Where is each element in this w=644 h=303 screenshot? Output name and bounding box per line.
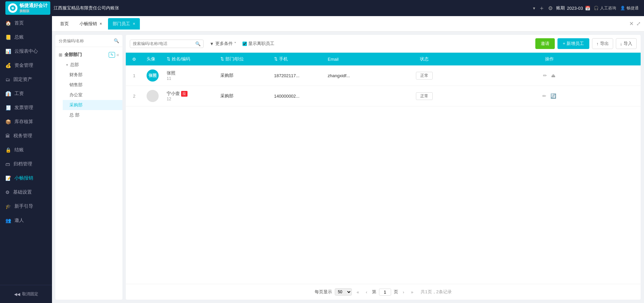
tab-dept-employee[interactable]: 部门员工 × [108, 18, 140, 30]
sidebar-item-guide[interactable]: 🎓 新手引导 [0, 199, 52, 213]
unfix-sidebar-btn[interactable]: ◀◀ 取消固定 [0, 289, 52, 300]
edit-dept-icon[interactable]: ✎ [109, 52, 115, 58]
sidebar-item-tax[interactable]: 🏛 税务管理 [0, 129, 52, 143]
maximize-icon[interactable]: ⤢ [636, 20, 641, 27]
dept-node-finance[interactable]: 财务部 [63, 70, 122, 80]
tab-dept-employee-close[interactable]: × [133, 21, 135, 26]
grid-icon: ⊞ [59, 52, 62, 57]
sidebar-item-expense[interactable]: 📝 小畅报销 [0, 171, 52, 185]
avatar-1: 张照 [147, 69, 159, 82]
human-service-btn[interactable]: 🎧 人工咨询 [594, 5, 616, 11]
user-account-btn[interactable]: 👤 畅捷通 [620, 5, 639, 11]
edit-employee-1-btn[interactable]: ✏ [543, 73, 547, 78]
status-cell-2: 正常 [391, 86, 458, 106]
last-page-btn[interactable]: » [409, 289, 415, 295]
col-phone[interactable]: ⇅ 手机 [270, 53, 324, 65]
add-employee-btn[interactable]: + 新增员工 [557, 38, 589, 49]
dept-node-sales[interactable]: 销售部 [63, 80, 122, 90]
per-page-select[interactable]: 50 100 200 [335, 288, 352, 296]
left-panel: 🔍 ⊞ 全部部门 ✎ « ▼ [55, 35, 122, 300]
add-icon[interactable]: ＋ [539, 4, 545, 12]
dept-node-purchase[interactable]: 采购部 [63, 100, 122, 110]
col-dept-position[interactable]: ⇅ 部门/职位 [216, 53, 270, 65]
sidebar-item-ledger[interactable]: 📒 总账 [0, 30, 52, 44]
home-icon: 🏠 [5, 20, 11, 26]
tab-home[interactable]: 首页 [55, 18, 73, 30]
top-bar: 畅 畅捷通好会计 旗舰版 江西服宝精品有限责任公司内账张 ▾ ＋ ⚙ 账期 20… [0, 0, 644, 16]
logout-employee-1-btn[interactable]: ⏏ [551, 73, 555, 78]
export-btn[interactable]: ↑ 导出 [592, 38, 613, 49]
edit-employee-2-btn[interactable]: ✏ [542, 93, 546, 99]
dept-node-general[interactable]: ▼ 总部 [59, 60, 122, 70]
employee-search-icon[interactable]: 🔍 [195, 41, 201, 46]
col-settings[interactable]: ⚙ [126, 53, 143, 65]
dept-node-office[interactable]: 办公室 [63, 90, 122, 100]
status-badge-2: 正常 [416, 92, 433, 100]
actions-cell-2: ✏ 🔄 [458, 86, 641, 106]
pagination-bar: 每页显示 50 100 200 « ‹ 第 页 › » 共1页，2条记 [126, 284, 641, 300]
col-avatar: 头像 [143, 53, 163, 65]
sidebar-item-invite[interactable]: 👥 邀人 [0, 213, 52, 228]
col-email: Email [324, 53, 391, 65]
show-resigned-checkbox[interactable] [243, 42, 247, 46]
import-icon: ↓ [620, 41, 623, 46]
first-page-btn[interactable]: « [355, 289, 361, 295]
tax-icon: 🏛 [5, 133, 10, 139]
employee-table: ⚙ 头像 ⇅ 姓名/编码 ⇅ 部门/职位 ⇅ 手机 [126, 53, 641, 284]
all-dept-header[interactable]: ⊞ 全部部门 ✎ « [55, 50, 122, 60]
sidebar-item-home[interactable]: 🏠 首页 [0, 16, 52, 30]
dept-search-icon[interactable]: 🔍 [114, 38, 119, 43]
phone-cell-1: 187202117... [270, 65, 324, 86]
edition-badge: 旗舰版 [19, 9, 48, 13]
settings-icon[interactable]: ⚙ [548, 5, 553, 11]
phone-cell-2: 140000002... [270, 86, 324, 106]
employee-name-1: 张照 [167, 70, 212, 76]
page-number-input[interactable] [379, 289, 391, 296]
delete-employee-2-btn[interactable]: 🔄 [550, 93, 556, 99]
employee-search-input[interactable] [133, 41, 193, 46]
content-body: 🔍 ⊞ 全部部门 ✎ « ▼ [52, 32, 644, 303]
dept-search-input[interactable] [59, 39, 114, 43]
sidebar-item-inventory[interactable]: 📦 库存核算 [0, 115, 52, 129]
all-dept-label: 全部部门 [64, 52, 82, 58]
col-name-code[interactable]: ⇅ 姓名/编码 [163, 53, 216, 65]
calendar-icon[interactable]: 📅 [585, 6, 590, 11]
dept-node-general2[interactable]: 总 部 [63, 110, 122, 120]
sidebar-item-close-account[interactable]: 🔒 结账 [0, 143, 52, 157]
box-icon: 📦 [5, 119, 11, 124]
dropdown-arrow-icon[interactable]: ▾ [533, 6, 535, 11]
filter-icon: ▼ [210, 41, 214, 46]
sidebar-item-reports[interactable]: 📊 云报表中心 [0, 44, 52, 58]
sidebar-item-archive[interactable]: 🗃 归档管理 [0, 157, 52, 171]
sidebar-item-capital[interactable]: 💰 资金管理 [0, 58, 52, 72]
invoice-icon: 🧾 [5, 105, 11, 110]
import-btn[interactable]: ↓ 导入 [616, 38, 637, 49]
tab-expense[interactable]: 小畅报销 × [75, 18, 107, 30]
next-page-btn[interactable]: › [401, 289, 406, 295]
close-window-icon[interactable]: ✕ [629, 20, 634, 27]
total-records: 共1页，2条记录 [421, 289, 451, 295]
tab-bar: 首页 小畅报销 × 部门员工 × ✕ ⤢ [52, 16, 644, 32]
status-cell-1: 正常 [391, 65, 458, 86]
tab-expense-close[interactable]: × [100, 21, 102, 26]
more-filter-btn[interactable]: ▼ 更多条件 ˅ [207, 39, 239, 48]
sidebar-item-fixed-assets[interactable]: 🗂 固定资产 [0, 72, 52, 87]
status-badge-1: 正常 [416, 72, 433, 80]
svg-text:畅: 畅 [11, 6, 14, 10]
expand-triangle-icon: ▼ [65, 63, 69, 67]
close-account-icon: 🔒 [5, 147, 11, 153]
cube-icon: 🗂 [5, 77, 10, 82]
row-num-1: 1 [126, 65, 143, 86]
sidebar-item-invoice[interactable]: 🧾 发票管理 [0, 101, 52, 115]
logo-area: 畅 畅捷通好会计 旗舰版 [5, 1, 50, 15]
sidebar-item-payroll[interactable]: 👔 工资 [0, 87, 52, 101]
col-status: 状态 [391, 53, 458, 65]
guide-icon: 🎓 [5, 204, 11, 209]
collapse-icon[interactable]: « [116, 52, 119, 58]
prev-page-btn[interactable]: ‹ [364, 289, 369, 295]
invite-btn[interactable]: 邀请 [535, 38, 555, 49]
employee-name-2: 宁小壹 应 [167, 91, 212, 97]
sidebar-item-settings[interactable]: ⚙ 基础设置 [0, 185, 52, 199]
row-num-2: 2 [126, 86, 143, 106]
chart-icon: 📊 [5, 49, 11, 54]
